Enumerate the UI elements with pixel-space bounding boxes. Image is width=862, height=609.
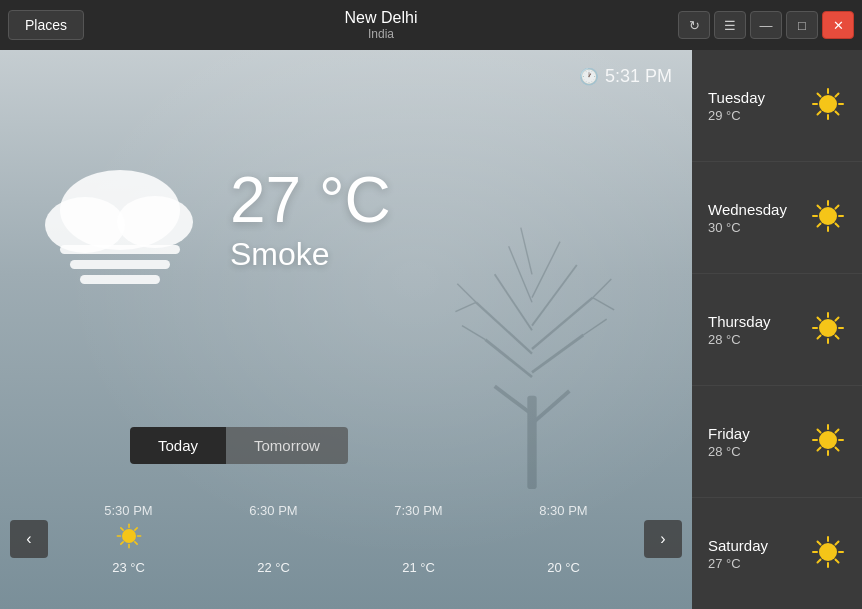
svg-line-32 [120,542,122,544]
svg-point-69 [819,543,837,561]
forecast-day-name: Tuesday [708,89,765,106]
country-label: India [84,27,678,41]
title-center: New Delhi India [84,9,678,41]
moon-icon [405,522,433,556]
minimize-button[interactable]: — [750,11,782,39]
forecast-temp: 29 °C [708,108,765,123]
svg-line-17 [583,319,606,335]
clock-icon: 🕐 [579,67,599,86]
forecast-temp: 28 °C [708,332,771,347]
hour-item: 5:30 PM 23 °C [56,499,201,579]
forecast-day-info: Thursday28 °C [708,313,771,347]
tab-today[interactable]: Today [130,427,226,464]
tree-silhouette [432,209,632,489]
moon-icon [260,522,288,556]
forecast-day-info: Wednesday30 °C [708,201,787,235]
forecast-day-name: Thursday [708,313,771,330]
hourly-container: ‹ 5:30 PM 23 °C6:30 PM 22 °C7:30 PM 21 °… [0,499,692,579]
close-button[interactable]: ✕ [822,11,854,39]
svg-line-9 [509,246,532,302]
hour-time: 8:30 PM [539,503,587,518]
day-tabs: Today Tomorrow [130,427,348,464]
svg-line-4 [532,335,583,372]
svg-line-49 [836,205,839,208]
places-button[interactable]: Places [8,10,84,40]
svg-line-12 [457,284,476,303]
svg-point-24 [122,529,136,543]
svg-line-65 [818,429,821,432]
svg-line-39 [836,111,839,114]
hour-temp: 20 °C [547,560,580,575]
forecast-sun-icon [810,310,846,350]
svg-point-33 [819,95,837,113]
forecast-temp: 30 °C [708,220,787,235]
svg-line-67 [836,429,839,432]
svg-line-30 [134,542,136,544]
tab-tomorrow[interactable]: Tomorrow [226,427,348,464]
svg-point-60 [819,431,837,449]
forecast-day: Tuesday29 °C [692,50,862,162]
svg-point-20 [117,196,193,248]
forecast-day-info: Friday28 °C [708,425,750,459]
svg-line-6 [532,298,593,349]
forecast-sun-icon [810,422,846,462]
svg-line-7 [495,274,532,330]
hour-item: 8:30 PM 20 °C [491,499,636,579]
svg-line-15 [593,298,614,310]
svg-line-13 [455,302,476,311]
hour-time: 5:30 PM [104,503,152,518]
forecast-sun-icon [810,198,846,238]
svg-rect-23 [80,275,160,284]
svg-line-38 [818,93,821,96]
window-controls: ↻ ☰ — □ ✕ [678,11,854,39]
main-area: 🕐 5:31 PM 27 °C Smoke [0,50,862,609]
forecast-day-name: Saturday [708,537,768,554]
hour-temp: 23 °C [112,560,145,575]
menu-button[interactable]: ☰ [714,11,746,39]
svg-line-56 [818,317,821,320]
forecast-panel: Tuesday29 °C Wednesday30 °C Thursday28 °… [692,50,862,609]
city-label: New Delhi [84,9,678,27]
current-time: 5:31 PM [605,66,672,87]
sun-icon [115,522,143,556]
svg-line-48 [836,223,839,226]
svg-line-31 [134,528,136,530]
temp-condition: 27 °C Smoke [230,168,391,273]
moon-icon [550,522,578,556]
forecast-day-name: Friday [708,425,750,442]
titlebar: Places New Delhi India ↻ ☰ — □ ✕ [0,0,862,50]
hour-temp: 21 °C [402,560,435,575]
forecast-day: Friday28 °C [692,386,862,498]
svg-line-41 [818,111,821,114]
forecast-day-name: Wednesday [708,201,787,218]
svg-line-68 [818,447,821,450]
svg-line-11 [521,228,532,275]
svg-line-29 [120,528,122,530]
prev-button[interactable]: ‹ [10,520,48,558]
hour-item: 7:30 PM 21 °C [346,499,491,579]
svg-line-66 [836,447,839,450]
weather-icon-large [30,150,210,290]
hour-temp: 22 °C [257,560,290,575]
forecast-day: Wednesday30 °C [692,162,862,274]
hour-item: 6:30 PM 22 °C [201,499,346,579]
forecast-day-info: Tuesday29 °C [708,89,765,123]
svg-point-42 [819,207,837,225]
condition: Smoke [230,236,391,273]
svg-line-14 [593,279,612,298]
svg-line-47 [818,205,821,208]
svg-line-10 [532,242,560,298]
temperature: 27 °C [230,168,391,232]
svg-line-5 [476,302,532,353]
weather-panel: 🕐 5:31 PM 27 °C Smoke [0,50,692,609]
refresh-button[interactable]: ↻ [678,11,710,39]
svg-line-75 [836,559,839,562]
time-display: 🕐 5:31 PM [579,66,672,87]
forecast-day: Thursday28 °C [692,274,862,386]
svg-line-40 [836,93,839,96]
forecast-sun-icon [810,86,846,126]
next-button[interactable]: › [644,520,682,558]
svg-point-19 [45,197,125,253]
maximize-button[interactable]: □ [786,11,818,39]
svg-rect-22 [70,260,170,269]
